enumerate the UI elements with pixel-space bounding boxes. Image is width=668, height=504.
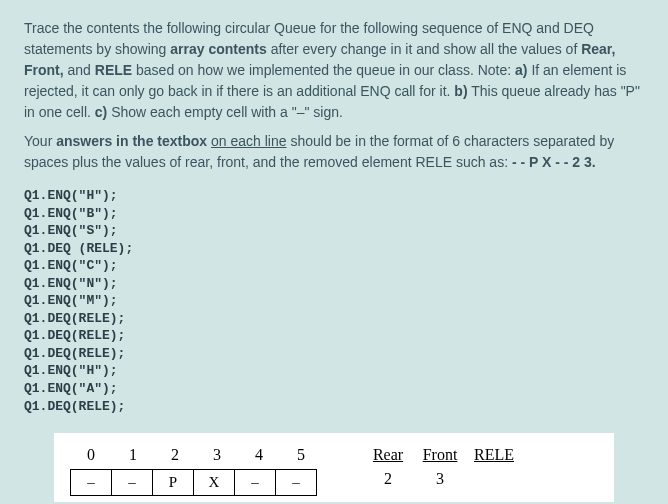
text: and	[64, 62, 95, 78]
array-index: 0	[70, 443, 112, 469]
array-visual: 0 1 2 3 4 5 – – P X – –	[70, 443, 322, 496]
array-cell: –	[70, 469, 112, 496]
text: Show each empty cell with a "–" sign.	[107, 104, 343, 120]
code-block: Q1.ENQ("H"); Q1.ENQ("B"); Q1.ENQ("S"); Q…	[24, 187, 644, 415]
array-index: 5	[280, 443, 322, 469]
bold-text: c)	[95, 104, 107, 120]
front-value: 3	[422, 467, 458, 491]
code-line: Q1.DEQ(RELE);	[24, 327, 644, 345]
array-cell: P	[152, 469, 194, 496]
rele-header: RELE	[474, 443, 514, 467]
code-line: Q1.ENQ("N");	[24, 275, 644, 293]
bold-text: a)	[515, 62, 527, 78]
array-cell: –	[275, 469, 317, 496]
code-line: Q1.DEQ (RELE);	[24, 240, 644, 258]
code-line: Q1.ENQ("B");	[24, 205, 644, 223]
rele-value	[474, 467, 510, 491]
bold-text: b)	[454, 83, 467, 99]
code-line: Q1.DEQ(RELE);	[24, 310, 644, 328]
code-line: Q1.ENQ("C");	[24, 257, 644, 275]
code-line: Q1.DEQ(RELE);	[24, 345, 644, 363]
instruction-paragraph-1: Trace the contents the following circula…	[24, 18, 644, 123]
array-index: 2	[154, 443, 196, 469]
array-index: 3	[196, 443, 238, 469]
text: based on how we implemented the queue in…	[132, 62, 515, 78]
rear-header: Rear	[370, 443, 406, 467]
text: after every change in it and show all th…	[267, 41, 581, 57]
bold-text: - - P X - - 2 3.	[512, 154, 596, 170]
array-cell: –	[111, 469, 153, 496]
array-cell: –	[234, 469, 276, 496]
bold-text: answers in the textbox	[56, 133, 207, 149]
example-table: 0 1 2 3 4 5 – – P X – – Rear Front RELE	[54, 433, 614, 502]
rear-value: 2	[370, 467, 406, 491]
front-header: Front	[422, 443, 458, 467]
array-index: 4	[238, 443, 280, 469]
array-cell: X	[193, 469, 235, 496]
bold-text: array contents	[170, 41, 266, 57]
instruction-paragraph-2: Your answers in the textbox on each line…	[24, 131, 644, 173]
code-line: Q1.DEQ(RELE);	[24, 398, 644, 416]
array-index: 1	[112, 443, 154, 469]
code-line: Q1.ENQ("M");	[24, 292, 644, 310]
pointer-values: Rear Front RELE 2 3	[370, 443, 514, 491]
code-line: Q1.ENQ("S");	[24, 222, 644, 240]
code-line: Q1.ENQ("A");	[24, 380, 644, 398]
code-line: Q1.ENQ("H");	[24, 362, 644, 380]
code-line: Q1.ENQ("H");	[24, 187, 644, 205]
text: Your	[24, 133, 56, 149]
underline-text: on each line	[211, 133, 287, 149]
bold-text: RELE	[95, 62, 132, 78]
